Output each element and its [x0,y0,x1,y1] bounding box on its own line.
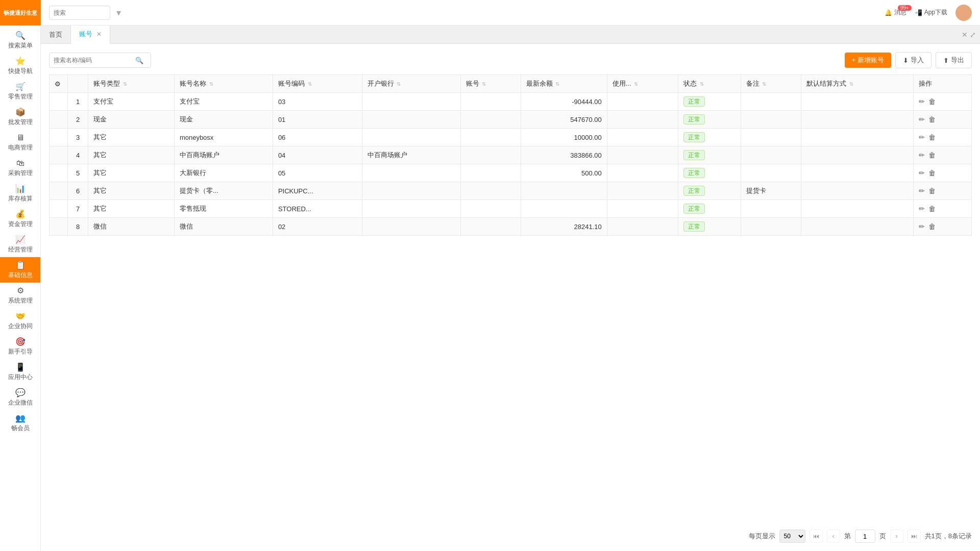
edit-button-4[interactable]: ✏ [919,169,925,177]
edit-button-6[interactable]: ✏ [919,205,925,213]
cell-settle-4 [801,164,914,182]
cell-name-2: moneybosx [174,129,273,146]
cell-num-0: 1 [68,93,88,111]
col-note-header[interactable]: 备注 ⇅ [741,75,801,93]
mobile-icon: 📱 [15,362,26,372]
sidebar-item-wechat[interactable]: 💬 企业微信 [0,385,40,410]
edit-button-1[interactable]: ✏ [919,115,925,123]
sidebar-item-retail[interactable]: 🛒 零售管理 [0,79,40,104]
edit-button-0[interactable]: ✏ [919,97,925,106]
add-account-button[interactable]: + 新增账号 [845,53,891,68]
cell-action-7: ✏ 🗑 [913,218,971,236]
gear-icon: ⚙ [17,286,24,295]
cell-bank-1 [362,111,460,129]
cell-code-6: STORED... [273,200,362,218]
sidebar-item-inventory[interactable]: 📊 库存核算 [0,181,40,206]
app-logo: 畅捷通好生意 [0,0,41,26]
col-name-header[interactable]: 账号名称 ⇅ [174,75,273,93]
status-badge-2: 正常 [683,132,705,142]
delete-button-5[interactable]: 🗑 [928,187,936,195]
cell-settle-2 [801,129,914,146]
cell-note-1 [741,111,801,129]
prev-page-button[interactable]: ‹ [827,530,840,543]
edit-button-2[interactable]: ✏ [919,133,925,141]
cell-note-7 [741,218,801,236]
app-download-button[interactable]: 📲 App下载 [915,8,947,17]
settings-icon[interactable]: ⚙ [55,80,61,88]
import-button[interactable]: ⬇ 导入 [895,52,932,68]
dropdown-chevron-icon[interactable]: ▾ [116,7,121,18]
sidebar-item-guide[interactable]: 🎯 新手引导 [0,334,40,359]
delete-button-6[interactable]: 🗑 [928,205,936,213]
cell-account-5 [460,182,521,200]
import-icon: ⬇ [903,57,909,64]
edit-button-3[interactable]: ✏ [919,151,925,159]
delete-button-7[interactable]: 🗑 [928,222,936,231]
col-account-header[interactable]: 账号 ⇅ [460,75,521,93]
sidebar-item-basic[interactable]: 📋 基础信息 [0,257,40,283]
first-page-button[interactable]: ⏮ [810,530,823,543]
col-usage-header[interactable]: 使用... ⇅ [607,75,678,93]
cell-status-5: 正常 [678,182,741,200]
col-code-header[interactable]: 账号编码 ⇅ [273,75,362,93]
col-balance-header[interactable]: 最新余额 ⇅ [521,75,607,93]
sidebar-item-wholesale[interactable]: 📦 批发管理 [0,104,40,130]
topbar-search-input[interactable] [49,6,110,20]
bag-icon: 🛍 [16,159,24,168]
delete-button-4[interactable]: 🗑 [928,169,936,177]
sidebar-item-system[interactable]: ⚙ 系统管理 [0,283,40,308]
sort-name-icon: ⇅ [209,81,213,87]
tab-home[interactable]: 首页 [41,26,71,44]
last-page-button[interactable]: ⏭ [908,530,921,543]
app-icon: 📲 [915,9,922,16]
col-bank-header[interactable]: 开户银行 ⇅ [362,75,460,93]
delete-button-3[interactable]: 🗑 [928,151,936,159]
export-icon: ⬆ [943,57,949,64]
cell-account-0 [460,93,521,111]
cell-code-4: 05 [273,164,362,182]
status-badge-1: 正常 [683,114,705,124]
per-page-select[interactable]: 50 20 100 [779,530,805,543]
next-page-button[interactable]: › [890,530,903,543]
edit-button-7[interactable]: ✏ [919,222,925,231]
cell-usage-3 [607,146,678,164]
sidebar-item-app-center[interactable]: 📱 应用中心 [0,359,40,385]
col-type-header[interactable]: 账号类型 ⇅ [88,75,175,93]
sidebar-item-quick[interactable]: ⭐ 快捷导航 [0,53,40,79]
col-settings-header[interactable]: ⚙ [50,75,68,93]
message-button[interactable]: 🔔 消息 99+ [885,8,906,17]
edit-button-5[interactable]: ✏ [919,187,925,195]
sidebar-item-search[interactable]: 🔍 搜索菜单 [0,28,40,53]
cell-name-1: 现金 [174,111,273,129]
table-search-input[interactable] [54,57,135,64]
sidebar-item-ecommerce[interactable]: 🖥 电商管理 [0,130,40,155]
main-area: ▾ 🔔 消息 99+ 📲 App下载 首页 账号 ✕ ✕ ⤢ [41,0,980,551]
user-avatar[interactable] [955,5,972,21]
table-row: 4 其它 中百商场账户 04 中百商场账户 383866.00 正常 ✏ 🗑 [50,146,972,164]
sidebar-item-enterprise[interactable]: 🤝 企业协同 [0,308,40,334]
star-icon: ⭐ [15,56,26,66]
cart-icon: 🛒 [15,82,26,91]
delete-button-1[interactable]: 🗑 [928,115,936,123]
cell-code-3: 04 [273,146,362,164]
export-button[interactable]: ⬆ 导出 [936,52,972,68]
package-icon: 📦 [15,107,26,117]
delete-button-2[interactable]: 🗑 [928,133,936,141]
sidebar-item-capital[interactable]: 💰 资金管理 [0,206,40,232]
tab-account[interactable]: 账号 ✕ [71,26,110,44]
col-default-settle-header[interactable]: 默认结算方式 ⇅ [801,75,914,93]
delete-button-0[interactable]: 🗑 [928,97,936,106]
cell-settings-7 [50,218,68,236]
search-icon[interactable]: 🔍 [135,57,143,64]
cell-action-0: ✏ 🗑 [913,93,971,111]
page-number-input[interactable] [855,530,875,543]
cell-note-2 [741,129,801,146]
sidebar-item-member[interactable]: 👥 畅会员 [0,410,40,436]
topbar-left: ▾ [49,6,121,20]
sidebar-item-purchase[interactable]: 🛍 采购管理 [0,155,40,181]
sidebar-item-operations[interactable]: 📈 经营管理 [0,232,40,257]
maximize-tab-window-button[interactable]: ⤢ [970,31,976,39]
col-status-header[interactable]: 状态 ⇅ [678,75,741,93]
close-tab-window-button[interactable]: ✕ [962,31,968,39]
tab-close-icon[interactable]: ✕ [96,31,102,38]
